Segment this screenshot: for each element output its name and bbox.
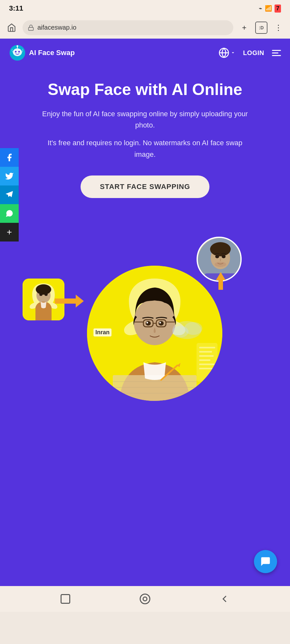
svg-rect-49 (199, 368, 213, 369)
svg-point-22 (44, 293, 48, 296)
hero-section: Swap Face with AI Online Enjoy the fun o… (0, 67, 290, 221)
facebook-share-button[interactable] (0, 148, 19, 167)
logo[interactable]: AI Face Swap (9, 44, 75, 61)
signal-icon: 📶 (265, 5, 272, 12)
telegram-icon (5, 190, 14, 199)
navbar: AI Face Swap LOGIN (0, 39, 290, 67)
back-arrow-icon (219, 593, 230, 605)
svg-point-13 (222, 255, 226, 258)
svg-point-37 (160, 322, 161, 323)
chevron-down-icon (231, 51, 235, 55)
twitter-icon (5, 172, 14, 181)
svg-point-52 (143, 597, 147, 601)
logo-text: AI Face Swap (29, 49, 75, 57)
status-icons: ⌁ 📶 7 (259, 5, 281, 13)
url-bar[interactable]: aifaceswap.io (23, 20, 233, 35)
language-selector[interactable] (218, 47, 235, 58)
svg-point-14 (215, 262, 226, 267)
home-button[interactable] (5, 21, 18, 34)
chat-button[interactable] (254, 550, 277, 573)
twitter-share-button[interactable] (0, 167, 19, 185)
svg-rect-47 (199, 359, 210, 361)
hamburger-menu[interactable] (272, 50, 281, 56)
whatsapp-icon (5, 209, 14, 218)
status-time: 3:11 (9, 4, 23, 13)
svg-marker-16 (216, 272, 226, 290)
svg-rect-50 (61, 595, 70, 603)
svg-rect-44 (199, 347, 215, 348)
bottom-nav (0, 586, 290, 612)
arrow-down (213, 272, 229, 293)
hero-subtitle: Enjoy the fun of AI face swapping online… (42, 108, 248, 131)
svg-point-12 (215, 255, 219, 258)
battery-indicator: 7 (275, 5, 281, 13)
svg-rect-45 (199, 351, 212, 353)
menu-button[interactable]: ⋮ (272, 21, 285, 34)
svg-rect-48 (199, 364, 215, 365)
start-face-swapping-button[interactable]: START FACE SWAPPING (81, 175, 209, 198)
svg-point-4 (18, 51, 20, 52)
demo-area: Inran (0, 221, 290, 446)
nav-right: LOGIN (218, 47, 281, 58)
social-sidebar: + (0, 148, 19, 242)
arrow-right (55, 293, 84, 310)
recent-apps-button[interactable] (57, 591, 74, 607)
inran-label: Inran (93, 328, 111, 336)
bluetooth-icon: ⌁ (259, 5, 262, 12)
svg-point-6 (16, 45, 18, 47)
menu-bar-1 (272, 50, 281, 51)
url-text: aifaceswap.io (37, 24, 76, 31)
svg-rect-43 (197, 343, 218, 382)
svg-point-11 (210, 242, 231, 256)
svg-rect-0 (29, 27, 34, 30)
globe-icon (218, 47, 229, 58)
main-content: AI Face Swap LOGIN (0, 39, 290, 586)
svg-marker-17 (55, 295, 84, 308)
svg-point-21 (39, 293, 43, 296)
tab-switcher[interactable]: :D (255, 22, 267, 34)
telegram-share-button[interactable] (0, 185, 19, 204)
svg-point-35 (159, 321, 164, 326)
svg-point-42 (172, 326, 188, 337)
svg-point-20 (36, 284, 51, 295)
chat-icon (260, 556, 271, 567)
svg-point-34 (146, 321, 151, 326)
browser-bar: aifaceswap.io + :D ⋮ (0, 17, 290, 39)
plus-icon: + (7, 227, 12, 237)
svg-point-2 (13, 48, 22, 56)
hero-title: Swap Face with AI Online (13, 80, 277, 99)
main-result-circle: Inran (87, 266, 222, 401)
facebook-icon (5, 153, 14, 162)
svg-point-3 (15, 51, 16, 52)
back-button[interactable] (216, 591, 233, 607)
lock-icon (28, 24, 34, 31)
svg-point-36 (147, 322, 148, 323)
demo-wrapper: Inran (87, 246, 222, 401)
menu-bar-3 (272, 55, 281, 56)
hero-note: It's free and requires no login. No wate… (42, 137, 248, 160)
whatsapp-share-button[interactable] (0, 204, 19, 223)
home-nav-button[interactable] (137, 591, 153, 607)
new-tab-button[interactable]: + (238, 21, 251, 34)
status-bar: 3:11 ⌁ 📶 7 (0, 0, 290, 17)
browser-actions: + :D ⋮ (238, 21, 285, 34)
logo-icon (9, 44, 26, 61)
home-circle-icon (139, 593, 151, 605)
svg-rect-46 (199, 355, 214, 357)
svg-point-51 (140, 594, 150, 604)
login-button[interactable]: LOGIN (243, 49, 264, 57)
square-icon (60, 593, 71, 605)
more-share-button[interactable]: + (0, 223, 19, 242)
menu-bar-2 (272, 52, 278, 53)
